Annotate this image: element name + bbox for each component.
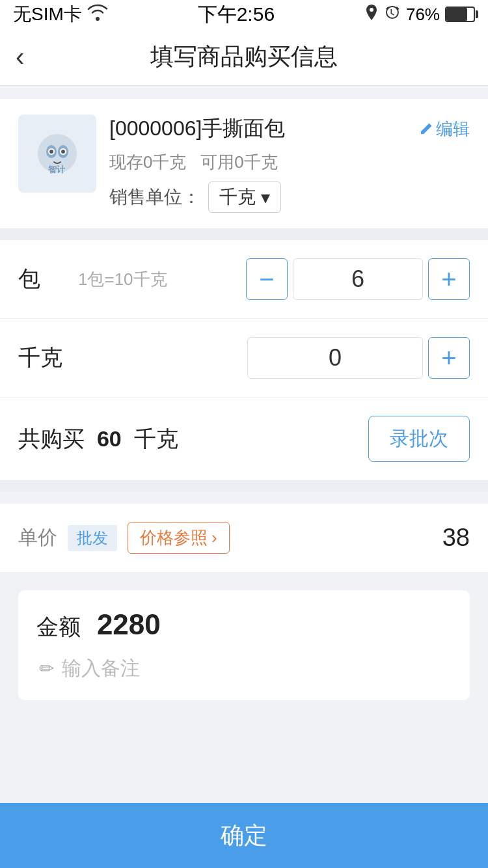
- back-button[interactable]: ‹: [16, 42, 24, 72]
- kg-label: 千克: [18, 343, 70, 373]
- package-label: 包: [18, 264, 70, 294]
- kg-row: 千克 +: [0, 319, 488, 398]
- price-row: 单价 批发 价格参照 › 38: [18, 522, 470, 554]
- remark-row[interactable]: ✏ 输入备注: [36, 655, 452, 682]
- package-sub-label: 1包=10千克: [78, 268, 246, 291]
- remark-placeholder: 输入备注: [62, 655, 140, 682]
- product-image: 智计: [18, 115, 96, 193]
- amount-value: 2280: [97, 608, 161, 640]
- alarm-icon: [384, 4, 401, 25]
- status-bar-right: 76%: [364, 4, 475, 25]
- package-qty-input[interactable]: [293, 258, 423, 300]
- svg-text:智计: 智计: [47, 165, 66, 174]
- amount-label: 金额: [36, 614, 81, 639]
- package-row: 包 1包=10千克 − +: [0, 240, 488, 319]
- divider-2: [0, 480, 488, 492]
- kg-plus-button[interactable]: +: [428, 337, 470, 379]
- unit-select[interactable]: 千克 ▾: [208, 182, 281, 213]
- price-ref-button[interactable]: 价格参照 ›: [128, 522, 230, 554]
- input-section: 包 1包=10千克 − + 千克 +: [0, 240, 488, 398]
- battery-label: 76%: [406, 5, 440, 25]
- status-bar-left: 无SIM卡: [13, 2, 108, 27]
- battery-icon: [445, 7, 475, 22]
- wifi-icon: [87, 4, 108, 25]
- nav-bar: ‹ 填写商品购买信息: [0, 29, 488, 86]
- time-label: 下午2:56: [198, 1, 275, 28]
- product-name: [0000006]手撕面包: [109, 115, 285, 143]
- price-badge: 批发: [68, 525, 117, 551]
- price-value: 38: [442, 524, 470, 552]
- svg-point-6: [61, 150, 65, 154]
- amount-row: 金额 2280 ✏ 输入备注: [18, 590, 470, 700]
- package-plus-button[interactable]: +: [428, 258, 470, 300]
- confirm-button[interactable]: 确定: [221, 820, 267, 852]
- remark-icon: ✏: [39, 658, 54, 679]
- kg-qty-input[interactable]: [247, 337, 423, 379]
- total-label: 共购买 60 千克: [18, 424, 178, 454]
- kg-qty-control: +: [247, 337, 470, 379]
- carrier-label: 无SIM卡: [13, 2, 82, 27]
- confirm-bar[interactable]: 确定: [0, 803, 488, 868]
- product-card: 智计 [0000006]手撕面包 编辑 现存0千克 可用0千克 销售单位： 千克…: [0, 99, 488, 228]
- divider-1: [0, 228, 488, 240]
- amount-section: 金额 2280 ✏ 输入备注: [0, 572, 488, 700]
- location-icon: [364, 4, 379, 25]
- total-amount: 60: [97, 426, 122, 451]
- status-bar: 无SIM卡 下午2:56 76%: [0, 0, 488, 29]
- product-unit-row: 销售单位： 千克 ▾: [109, 182, 470, 213]
- record-batch-button[interactable]: 录批次: [368, 416, 470, 462]
- price-label: 单价: [18, 524, 57, 551]
- dropdown-arrow: ▾: [261, 187, 270, 208]
- package-minus-button[interactable]: −: [246, 258, 288, 300]
- edit-button[interactable]: 编辑: [419, 118, 470, 141]
- package-qty-control: − +: [246, 258, 470, 300]
- svg-point-5: [49, 150, 53, 154]
- product-info: [0000006]手撕面包 编辑 现存0千克 可用0千克 销售单位： 千克 ▾: [109, 115, 470, 213]
- price-section: 单价 批发 价格参照 › 38: [0, 504, 488, 572]
- page-title: 填写商品购买信息: [150, 41, 338, 73]
- product-stock: 现存0千克 可用0千克: [109, 151, 470, 174]
- total-row: 共购买 60 千克 录批次: [0, 398, 488, 480]
